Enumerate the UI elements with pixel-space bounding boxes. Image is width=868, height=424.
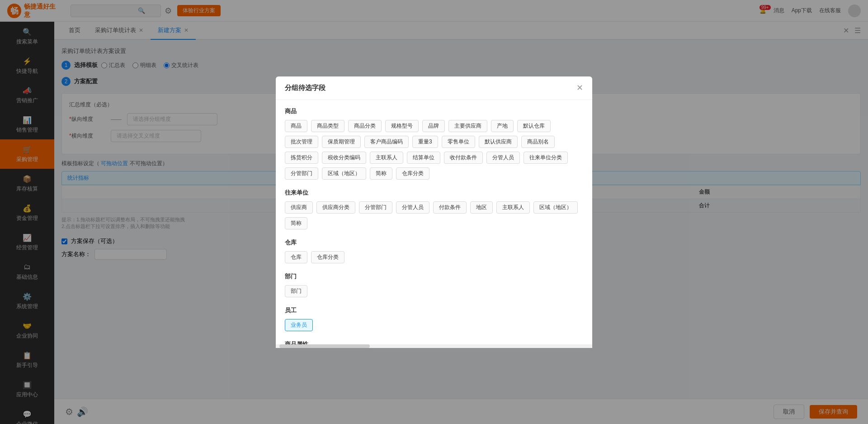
field-chip-warehouse-category[interactable]: 仓库分类 [396, 167, 429, 180]
modal-overlay: 分组待选字段 ✕ 商品商品商品类型商品分类规格型号品牌主要供应商产地默认仓库批次… [0, 0, 868, 424]
field-chip-partner-short[interactable]: 简称 [285, 217, 307, 229]
field-chip-partner-contact[interactable]: 主联系人 [496, 201, 530, 214]
modal-horizontal-scrollbar[interactable] [276, 344, 592, 348]
field-chip-product-alias[interactable]: 商品别名 [521, 136, 555, 148]
field-chip-retail-unit[interactable]: 零售单位 [442, 136, 475, 148]
field-chip-default-warehouse[interactable]: 默认仓库 [517, 120, 551, 132]
modal-section-title-product-attr: 商品属性 [285, 340, 583, 344]
field-chip-wh[interactable]: 仓库 [285, 251, 307, 263]
field-chip-dept[interactable]: 分管部门 [359, 201, 392, 214]
field-chip-default-supplier[interactable]: 默认供应商 [479, 136, 518, 148]
field-chip-product-category[interactable]: 商品分类 [348, 120, 382, 132]
field-chip-expiry-mgmt[interactable]: 保质期管理 [322, 136, 361, 148]
field-grid-partner: 供应商供应商分类分管部门分管人员付款条件地区主联系人区域（地区）简称 [285, 201, 583, 229]
modal-section-partner: 往来单位供应商供应商分类分管部门分管人员付款条件地区主联系人区域（地区）简称 [285, 189, 583, 229]
field-chip-spec-type[interactable]: 规格型号 [385, 120, 419, 132]
hscroll-thumb [279, 344, 370, 348]
modal-section-title-partner: 往来单位 [285, 189, 583, 197]
field-chip-short-name[interactable]: 简称 [370, 167, 392, 180]
field-chip-settlement-unit[interactable]: 结算单位 [407, 152, 440, 164]
field-grid-warehouse: 仓库仓库分类 [285, 251, 583, 263]
field-chip-supplier[interactable]: 供应商 [285, 201, 313, 214]
modal-title: 分组待选字段 [285, 84, 326, 92]
field-chip-payment-terms[interactable]: 收付款条件 [444, 152, 483, 164]
modal-body: 商品商品商品类型商品分类规格型号品牌主要供应商产地默认仓库批次管理保质期管理客户… [276, 100, 592, 344]
field-chip-tax-code[interactable]: 税收分类编码 [322, 152, 366, 164]
field-chip-customer-code[interactable]: 客户商品编码 [364, 136, 409, 148]
field-chip-supplier-category[interactable]: 供应商分类 [316, 201, 355, 214]
field-chip-department[interactable]: 部门 [285, 285, 307, 297]
modal-section-title-warehouse: 仓库 [285, 238, 583, 247]
field-chip-origin[interactable]: 产地 [491, 120, 514, 132]
modal: 分组待选字段 ✕ 商品商品商品类型商品分类规格型号品牌主要供应商产地默认仓库批次… [276, 76, 592, 348]
field-chip-salesperson[interactable]: 业务员 [285, 319, 313, 331]
field-chip-area[interactable]: 地区 [470, 201, 493, 214]
modal-section-warehouse: 仓库仓库仓库分类 [285, 238, 583, 263]
field-grid-department: 部门 [285, 285, 583, 297]
field-chip-partner-region[interactable]: 区域（地区） [533, 201, 578, 214]
field-chip-dept-mgmt[interactable]: 分管部门 [285, 167, 318, 180]
modal-section-product-attr: 商品属性属性颜色多规格尺码鞋码1 [285, 340, 583, 344]
field-chip-from-unit-category[interactable]: 往来单位分类 [524, 152, 568, 164]
modal-section-employee: 员工业务员 [285, 306, 583, 331]
field-chip-weight3[interactable]: 重量3 [412, 136, 438, 148]
field-chip-payment-condition[interactable]: 付款条件 [433, 201, 467, 214]
modal-header: 分组待选字段 ✕ [276, 76, 592, 100]
field-chip-batch-mgmt[interactable]: 批次管理 [285, 136, 318, 148]
modal-section-title-employee: 员工 [285, 306, 583, 314]
modal-section-department: 部门部门 [285, 272, 583, 297]
field-chip-main-supplier[interactable]: 主要供应商 [448, 120, 487, 132]
field-grid-product: 商品商品类型商品分类规格型号品牌主要供应商产地默认仓库批次管理保质期管理客户商品… [285, 120, 583, 180]
field-chip-product[interactable]: 商品 [285, 120, 307, 132]
field-chip-collect-points[interactable]: 拣货积分 [285, 152, 318, 164]
field-chip-manager[interactable]: 分管人员 [486, 152, 520, 164]
field-chip-dept-person[interactable]: 分管人员 [396, 201, 429, 214]
field-chip-brand[interactable]: 品牌 [422, 120, 445, 132]
field-chip-product-type[interactable]: 商品类型 [311, 120, 344, 132]
modal-close-button[interactable]: ✕ [576, 84, 583, 92]
field-chip-region[interactable]: 区域（地区） [322, 167, 366, 180]
modal-section-title-product: 商品 [285, 107, 583, 115]
field-grid-employee: 业务员 [285, 319, 583, 331]
field-chip-wh-category[interactable]: 仓库分类 [311, 251, 344, 263]
modal-section-product: 商品商品商品类型商品分类规格型号品牌主要供应商产地默认仓库批次管理保质期管理客户… [285, 107, 583, 180]
modal-section-title-department: 部门 [285, 272, 583, 281]
field-chip-main-contact[interactable]: 主联系人 [370, 152, 403, 164]
